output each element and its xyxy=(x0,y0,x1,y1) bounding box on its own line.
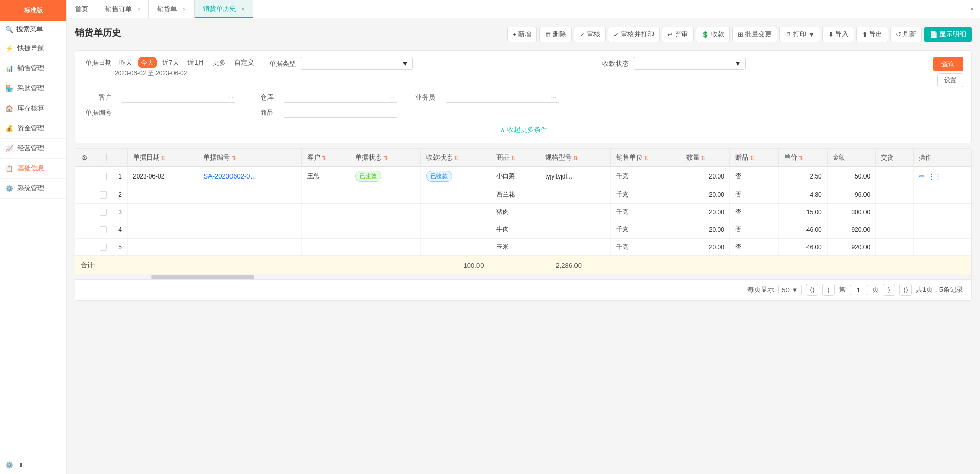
row-cb-1[interactable] xyxy=(100,191,107,199)
row-checkbox[interactable] xyxy=(94,167,112,186)
th-unit[interactable]: 销售单位⇅ xyxy=(610,149,681,167)
delete-button[interactable]: 🗑 删除 xyxy=(539,27,572,42)
settings-bottom-icon[interactable]: ⚙️ xyxy=(5,461,13,469)
th-date[interactable]: 单据日期⇅ xyxy=(128,149,198,167)
tab-sales-history[interactable]: 销货单历史 × xyxy=(195,0,253,18)
sidebar-item-purchase[interactable]: 🏪 采购管理 xyxy=(0,78,66,98)
select-all-checkbox[interactable] xyxy=(100,154,107,161)
sidebar-item-sales[interactable]: 📊 销售管理 xyxy=(0,58,66,78)
row-payment-status xyxy=(420,204,491,221)
row-gear xyxy=(75,239,94,256)
collect-button[interactable]: 💲 收款 xyxy=(696,27,730,42)
tab-sales-history-close[interactable]: × xyxy=(241,6,244,12)
refresh-button[interactable]: ↺ 刷新 xyxy=(890,27,922,42)
page-prev-button[interactable]: ⟨ xyxy=(822,284,835,296)
horizontal-scrollbar[interactable] xyxy=(75,274,971,279)
tab-sales-order[interactable]: 销售订单 × xyxy=(97,0,149,18)
th-payment-status[interactable]: 收款状态⇅ xyxy=(420,149,491,167)
query-button[interactable]: 查询 xyxy=(933,57,963,71)
page-next-button[interactable]: ⟩ xyxy=(883,284,895,296)
scrollbar-thumb[interactable] xyxy=(151,275,254,279)
row-payment-status: 已收款 xyxy=(420,167,491,186)
export-button[interactable]: ⬆ 导出 xyxy=(856,27,888,42)
row-checkbox[interactable] xyxy=(94,221,112,239)
date-tab-today[interactable]: 今天 xyxy=(138,57,157,68)
th-qty[interactable]: 数量⇅ xyxy=(681,149,730,167)
row-cb-2[interactable] xyxy=(100,209,107,216)
batch-change-button[interactable]: ⊞ 批量变更 xyxy=(732,27,777,42)
row-cb-4[interactable] xyxy=(100,244,107,251)
row-action: ✏ ⋮⋮ xyxy=(913,167,971,186)
import-button[interactable]: ⬇ 导入 xyxy=(822,27,854,42)
sort-docstatus-icon: ⇅ xyxy=(383,155,388,161)
sidebar-item-system[interactable]: ⚙️ 系统管理 xyxy=(0,179,66,199)
row-cb-0[interactable] xyxy=(100,173,107,180)
sidebar-item-basic[interactable]: 📋 基础信息 xyxy=(0,159,66,179)
payment-status-select[interactable]: ▼ xyxy=(633,57,746,70)
sidebar-item-quicknav[interactable]: ⚡ 快捷导航 xyxy=(0,38,66,58)
row-docno xyxy=(198,239,301,256)
sidebar-item-finance[interactable]: 💰 资金管理 xyxy=(0,118,66,139)
sidebar-item-inventory[interactable]: 🏠 库存核算 xyxy=(0,98,66,118)
sidebar-item-operations[interactable]: 📈 经营管理 xyxy=(0,139,66,159)
row-more-action[interactable]: ⋮⋮ xyxy=(928,172,941,180)
customer-field[interactable]: ··· xyxy=(122,92,235,103)
date-tab-more[interactable]: 更多 xyxy=(209,57,229,68)
gear-icon[interactable]: ⚙ xyxy=(81,153,89,162)
th-spec[interactable]: 规格型号⇅ xyxy=(540,149,610,167)
th-gift[interactable]: 赠品⇅ xyxy=(729,149,778,167)
date-tab-1month[interactable]: 近1月 xyxy=(184,57,207,68)
row-checkbox[interactable] xyxy=(94,239,112,256)
th-gear[interactable]: ⚙ xyxy=(75,149,94,167)
th-doc-no[interactable]: 单据编号⇅ xyxy=(198,149,301,167)
tab-home[interactable]: 首页 xyxy=(67,0,97,18)
page-first-button[interactable]: ⟨⟨ xyxy=(806,284,818,296)
pause-icon[interactable]: ⏸ xyxy=(17,461,24,469)
warehouse-field[interactable]: ··· xyxy=(284,92,397,103)
th-price[interactable]: 单价⇅ xyxy=(778,149,827,167)
goods-field[interactable]: ··· xyxy=(284,108,397,118)
th-customer[interactable]: 客户⇅ xyxy=(301,149,350,167)
per-page-select[interactable]: 50 ▼ xyxy=(778,285,801,295)
doc-type-select[interactable]: ▼ xyxy=(300,57,413,70)
date-tab-yesterday[interactable]: 昨天 xyxy=(116,57,136,68)
footer-qty-total: 100.00 xyxy=(464,262,484,269)
date-tab-custom[interactable]: 自定义 xyxy=(231,57,257,68)
show-detail-button[interactable]: 📄 显示明细 xyxy=(924,27,972,42)
sidebar-item-search[interactable]: 🔍 搜索菜单 xyxy=(0,21,66,38)
row-cb-3[interactable] xyxy=(100,226,107,233)
tab-close-all[interactable]: × xyxy=(964,6,980,13)
total-pages-label: 共1页，5条记录 xyxy=(916,285,963,294)
tab-sales-history-label: 销货单历史 xyxy=(203,4,236,13)
audit-button[interactable]: ✓ 审核 xyxy=(574,27,606,42)
row-goods: 西兰花 xyxy=(491,186,540,204)
tab-sales-goods-close[interactable]: × xyxy=(182,6,185,12)
collapse-button[interactable]: ∧ 收起更多条件 xyxy=(498,123,549,136)
row-docno xyxy=(198,221,301,239)
doc-no-field[interactable] xyxy=(122,112,235,114)
page-last-button[interactable]: ⟩⟩ xyxy=(899,284,912,296)
row-checkbox[interactable] xyxy=(94,186,112,204)
add-button[interactable]: + 新增 xyxy=(507,27,537,42)
row-edit-action[interactable]: ✏ xyxy=(919,172,925,180)
row-gear xyxy=(75,167,94,186)
doc-status-badge: 已生效 xyxy=(355,171,381,182)
discard-button[interactable]: ↩ 弃审 xyxy=(662,27,694,42)
goods-dots: ··· xyxy=(389,109,395,116)
tab-sales-order-close[interactable]: × xyxy=(137,6,140,12)
th-doc-status[interactable]: 单据状态⇅ xyxy=(350,149,420,167)
sort-price-icon: ⇅ xyxy=(799,155,803,161)
sidebar-logo: 标准版 xyxy=(0,0,66,21)
tab-sales-goods[interactable]: 销货单 × xyxy=(149,0,194,18)
table-footer: 合计: 100.00 2,286.00 xyxy=(75,256,971,274)
audit-print-button[interactable]: ✓ 审核并打印 xyxy=(608,27,660,42)
page-input[interactable] xyxy=(850,285,868,295)
settings-button[interactable]: 设置 xyxy=(937,73,963,87)
audit-print-icon: ✓ xyxy=(613,31,619,38)
row-checkbox[interactable] xyxy=(94,204,112,221)
print-button[interactable]: 🖨 打印 ▼ xyxy=(779,27,820,42)
th-goods[interactable]: 商品⇅ xyxy=(491,149,540,167)
date-tab-7days[interactable]: 近7天 xyxy=(159,57,182,68)
row-docno-link[interactable]: SA-20230602-0... xyxy=(203,172,256,180)
sales-rep-field[interactable]: ··· xyxy=(446,92,559,103)
